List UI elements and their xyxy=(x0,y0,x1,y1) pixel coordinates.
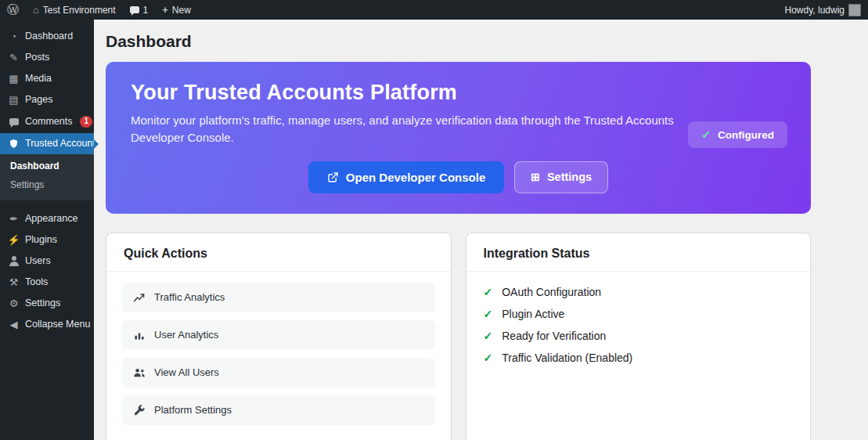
hero-subtitle: Monitor your platform's traffic, manage … xyxy=(131,112,714,146)
quick-action-platform-settings[interactable]: Platform Settings xyxy=(122,395,435,425)
sidebar-item-trusted-accounts[interactable]: Trusted Accounts xyxy=(0,133,94,154)
sidebar-item-label: Users xyxy=(25,256,51,266)
quick-action-user-analytics[interactable]: User Analytics xyxy=(122,320,435,350)
brush-icon: ✒ xyxy=(8,214,20,224)
quick-action-traffic-analytics[interactable]: Traffic Analytics xyxy=(122,283,435,312)
wordpress-logo-icon[interactable]: Ⓦ xyxy=(0,0,26,20)
external-link-icon xyxy=(327,171,339,183)
grid-icon: ⊞ xyxy=(531,171,540,183)
comment-bubble-icon xyxy=(8,118,20,125)
quick-action-label: Traffic Analytics xyxy=(154,291,225,303)
gear-icon: ⚙ xyxy=(8,298,20,308)
check-icon: ✓ xyxy=(484,330,493,342)
plus-icon: + xyxy=(162,4,168,16)
quick-action-label: User Analytics xyxy=(154,329,218,341)
users-group-icon xyxy=(133,366,146,379)
sidebar-item-media[interactable]: ▦ Media xyxy=(0,68,94,89)
sidebar-item-appearance[interactable]: ✒ Appearance xyxy=(0,208,94,229)
sidebar-item-users[interactable]: Users xyxy=(0,251,94,272)
shield-icon xyxy=(8,139,20,149)
status-label: Plugin Active xyxy=(502,308,564,320)
admin-sidebar: ◔ Dashboard ✎ Posts ▦ Media ▤ Pages Comm… xyxy=(0,20,94,440)
site-name: Test Environment xyxy=(43,5,116,16)
dashboard-cards: Quick Actions Traffic Analytics User Ana… xyxy=(106,233,811,440)
integration-status-card: Integration Status ✓ OAuth Configuration… xyxy=(466,233,812,440)
status-label: Traffic Validation (Enabled) xyxy=(502,352,632,364)
sidebar-item-label: Appearance xyxy=(25,214,77,224)
card-title: Quick Actions xyxy=(106,233,451,272)
users-icon xyxy=(8,256,20,266)
sidebar-item-label: Comments xyxy=(25,117,72,127)
collapse-menu-button[interactable]: ◀ Collapse Menu xyxy=(0,314,94,335)
comments-shortcut[interactable]: 1 xyxy=(123,0,156,20)
howdy-account-menu[interactable]: Howdy, ludwig xyxy=(778,4,868,16)
comments-count: 1 xyxy=(143,5,149,16)
sidebar-item-label: Dashboard xyxy=(25,31,73,41)
sidebar-item-dashboard[interactable]: ◔ Dashboard xyxy=(0,26,94,47)
sidebar-item-tools[interactable]: ⚒ Tools xyxy=(0,272,94,293)
hero-title: Your Trusted Accounts Platform xyxy=(131,81,786,105)
trusted-accounts-submenu: Dashboard Settings xyxy=(0,154,94,200)
howdy-text: Howdy, ludwig xyxy=(785,5,845,16)
hero-banner: ✓ Configured Your Trusted Accounts Platf… xyxy=(106,62,811,214)
check-icon: ✓ xyxy=(484,308,493,320)
submenu-item-dashboard[interactable]: Dashboard xyxy=(0,157,94,175)
sidebar-item-label: Collapse Menu xyxy=(25,319,90,330)
check-icon: ✓ xyxy=(701,128,711,141)
sidebar-item-pages[interactable]: ▤ Pages xyxy=(0,89,94,110)
status-item-traffic-validation: ✓ Traffic Validation (Enabled) xyxy=(484,347,794,369)
submenu-item-settings[interactable]: Settings xyxy=(0,175,94,194)
media-icon: ▦ xyxy=(8,74,20,84)
check-icon: ✓ xyxy=(484,352,493,364)
line-chart-icon xyxy=(133,291,146,304)
sidebar-item-settings[interactable]: ⚙ Settings xyxy=(0,293,94,314)
button-label: Settings xyxy=(547,171,592,183)
sidebar-item-comments[interactable]: Comments 1 xyxy=(0,110,94,133)
button-label: Open Developer Console xyxy=(346,171,485,184)
tools-icon: ⚒ xyxy=(8,277,20,287)
status-label: OAuth Configuration xyxy=(502,286,601,298)
new-content-menu[interactable]: + New xyxy=(155,0,198,20)
bar-chart-icon xyxy=(133,329,146,341)
page-title: Dashboard xyxy=(106,32,811,51)
sidebar-item-label: Trusted Accounts xyxy=(25,139,100,149)
sidebar-item-label: Pages xyxy=(25,95,52,105)
quick-action-view-all-users[interactable]: View All Users xyxy=(122,358,435,388)
admin-bar: Ⓦ ⌂ Test Environment 1 + New Howdy, ludw… xyxy=(0,0,868,20)
configured-status-badge: ✓ Configured xyxy=(688,121,787,148)
status-item-plugin-active: ✓ Plugin Active xyxy=(484,303,794,325)
pages-icon: ▤ xyxy=(8,95,20,105)
open-developer-console-button[interactable]: Open Developer Console xyxy=(308,161,504,193)
sidebar-item-label: Plugins xyxy=(25,235,57,245)
sidebar-item-label: Settings xyxy=(25,298,60,308)
collapse-arrow-icon: ◀ xyxy=(8,319,20,330)
sidebar-item-plugins[interactable]: ⚡ Plugins xyxy=(0,229,94,251)
plugin-icon: ⚡ xyxy=(8,235,20,245)
status-label: Ready for Verification xyxy=(502,330,606,342)
quick-actions-card: Quick Actions Traffic Analytics User Ana… xyxy=(106,233,452,440)
pushpin-icon: ✎ xyxy=(8,52,20,63)
sidebar-item-label: Media xyxy=(25,74,52,84)
status-item-oauth-configuration: ✓ OAuth Configuration xyxy=(484,281,794,303)
sidebar-item-label: Posts xyxy=(25,52,49,63)
status-item-ready-for-verification: ✓ Ready for Verification xyxy=(484,325,794,347)
sidebar-item-posts[interactable]: ✎ Posts xyxy=(0,47,94,68)
quick-action-label: View All Users xyxy=(154,366,219,378)
unread-comments-badge: 1 xyxy=(80,116,92,128)
wrench-icon xyxy=(133,404,146,417)
site-menu[interactable]: ⌂ Test Environment xyxy=(26,0,123,20)
sidebar-item-label: Tools xyxy=(25,277,48,287)
quick-action-label: Platform Settings xyxy=(154,404,232,416)
avatar xyxy=(848,4,861,16)
settings-button[interactable]: ⊞ Settings xyxy=(514,161,608,193)
card-title: Integration Status xyxy=(466,233,811,272)
comment-icon xyxy=(130,6,139,13)
home-icon: ⌂ xyxy=(33,4,39,16)
dashboard-gauge-icon: ◔ xyxy=(8,31,20,41)
check-icon: ✓ xyxy=(484,286,493,298)
main-content: Dashboard ✓ Configured Your Trusted Acco… xyxy=(94,20,868,440)
new-label: New xyxy=(172,5,191,16)
badge-label: Configured xyxy=(718,129,774,141)
hero-actions: Open Developer Console ⊞ Settings xyxy=(131,161,786,193)
